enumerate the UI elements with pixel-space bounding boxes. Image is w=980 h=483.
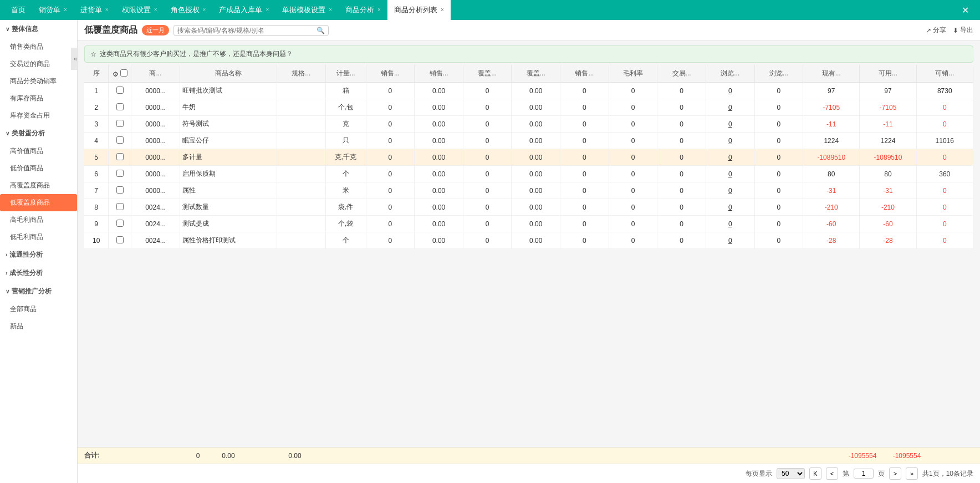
cell-check[interactable] bbox=[109, 216, 131, 232]
row-checkbox[interactable] bbox=[116, 220, 124, 227]
sidebar-item-stock-capital[interactable]: 库存资金占用 bbox=[0, 107, 77, 124]
cell-sales2: 0.00 bbox=[415, 216, 463, 232]
nav-close-icon[interactable]: × bbox=[64, 0, 67, 20]
cell-check[interactable] bbox=[109, 199, 131, 216]
sidebar-item-new-products[interactable]: 新品 bbox=[0, 318, 77, 335]
nav-close-icon[interactable]: × bbox=[377, 0, 381, 20]
cell-browse1[interactable]: 0 bbox=[706, 116, 754, 133]
sidebar-item-high-value[interactable]: 高价值商品 bbox=[0, 143, 77, 160]
nav-product-analysis-list[interactable]: 商品分析列表 × bbox=[387, 0, 451, 20]
sidebar-section-overall[interactable]: ∨ 整体信息 bbox=[0, 20, 77, 38]
chevron-down-icon: ∨ bbox=[6, 130, 9, 136]
row-checkbox[interactable] bbox=[116, 170, 124, 177]
cell-browse1[interactable]: 0 bbox=[706, 232, 754, 249]
cell-sellable: 0 bbox=[916, 116, 973, 133]
nav-home[interactable]: 首页 bbox=[4, 0, 32, 20]
page-number-input[interactable] bbox=[854, 469, 874, 479]
cell-check[interactable] bbox=[109, 166, 131, 182]
cell-code: 0024... bbox=[131, 216, 180, 232]
sidebar-section-flow-analysis[interactable]: › 流通性分析 bbox=[0, 246, 77, 264]
cell-browse1[interactable]: 0 bbox=[706, 182, 754, 199]
cell-check[interactable] bbox=[109, 232, 131, 249]
row-checkbox[interactable] bbox=[116, 186, 124, 194]
sidebar-collapse-button[interactable]: « bbox=[71, 48, 78, 70]
nav-sales-order[interactable]: 销货单 × bbox=[32, 0, 74, 20]
nav-template-setting[interactable]: 单据模板设置 × bbox=[275, 0, 339, 20]
col-header-check[interactable]: ⚙ bbox=[109, 65, 131, 83]
per-page-select[interactable]: 50 20 100 bbox=[777, 468, 805, 479]
row-checkbox[interactable] bbox=[116, 103, 124, 110]
cell-check[interactable] bbox=[109, 149, 131, 166]
cell-browse1[interactable]: 0 bbox=[706, 149, 754, 166]
cell-sales3: 0 bbox=[560, 133, 609, 149]
sidebar-item-low-coverage[interactable]: 低覆盖度商品 bbox=[0, 194, 77, 211]
cell-browse1[interactable]: 0 bbox=[706, 99, 754, 116]
prev-page-button[interactable]: < bbox=[826, 467, 838, 480]
nav-product-inbound[interactable]: 产成品入库单 × bbox=[212, 0, 275, 20]
cell-browse2: 0 bbox=[754, 232, 803, 249]
cell-browse1[interactable]: 0 bbox=[706, 133, 754, 149]
search-icon[interactable]: 🔍 bbox=[317, 27, 325, 34]
first-page-button[interactable]: K bbox=[809, 467, 821, 480]
export-button[interactable]: ⬇ 导出 bbox=[953, 26, 973, 35]
sidebar-item-stock-products[interactable]: 有库存商品 bbox=[0, 90, 77, 107]
cell-browse1[interactable]: 0 bbox=[706, 166, 754, 182]
select-all-checkbox[interactable] bbox=[120, 69, 127, 77]
cell-sales1: 0 bbox=[366, 182, 415, 199]
search-input[interactable] bbox=[177, 27, 314, 34]
sidebar-item-high-margin[interactable]: 高毛利商品 bbox=[0, 211, 77, 228]
sidebar-section-marketing-analysis[interactable]: ∨ 营销推广分析 bbox=[0, 282, 77, 301]
sidebar-section-class-analysis[interactable]: ∨ 类射蛋分析 bbox=[0, 124, 77, 143]
cell-cover2: 0.00 bbox=[512, 133, 560, 149]
cell-browse1[interactable]: 0 bbox=[706, 216, 754, 232]
sidebar-item-category-activity[interactable]: 商品分类动销率 bbox=[0, 73, 77, 90]
col-header-code: 商... bbox=[131, 65, 180, 83]
cell-available: -11 bbox=[860, 116, 916, 133]
nav-close-icon[interactable]: × bbox=[154, 0, 157, 20]
sidebar-item-traded-products[interactable]: 交易过的商品 bbox=[0, 55, 77, 73]
nav-close-icon[interactable]: × bbox=[441, 0, 444, 20]
cell-spec bbox=[277, 166, 326, 182]
cell-code: 0024... bbox=[131, 232, 180, 249]
nav-close-icon[interactable]: × bbox=[266, 0, 269, 20]
nav-purchase-order[interactable]: 进货单 × bbox=[74, 0, 115, 20]
share-icon: ↗ bbox=[926, 27, 931, 34]
cell-code: 0024... bbox=[131, 199, 180, 216]
sidebar-section-growth-analysis[interactable]: › 成长性分析 bbox=[0, 264, 77, 282]
next-page-button[interactable]: > bbox=[889, 467, 901, 480]
row-checkbox[interactable] bbox=[116, 153, 124, 160]
cell-browse1[interactable]: 0 bbox=[706, 199, 754, 216]
row-checkbox[interactable] bbox=[116, 136, 124, 144]
cell-cover1: 0 bbox=[463, 99, 512, 116]
cell-check[interactable] bbox=[109, 83, 131, 99]
settings-icon[interactable]: ⚙ bbox=[113, 70, 119, 78]
cell-spec bbox=[277, 232, 326, 249]
row-checkbox[interactable] bbox=[116, 236, 124, 243]
period-button[interactable]: 近一月 bbox=[142, 25, 169, 35]
cell-check[interactable] bbox=[109, 99, 131, 116]
col-header-browse2: 浏览... bbox=[754, 65, 803, 83]
sidebar-item-high-coverage[interactable]: 高覆盖度商品 bbox=[0, 177, 77, 194]
nav-close-icon[interactable]: × bbox=[329, 0, 332, 20]
nav-product-analysis[interactable]: 商品分析 × bbox=[339, 0, 387, 20]
cell-code: 0000... bbox=[131, 83, 180, 99]
last-page-button[interactable]: » bbox=[906, 467, 918, 480]
cell-check[interactable] bbox=[109, 133, 131, 149]
sidebar-item-all-products[interactable]: 全部商品 bbox=[0, 301, 77, 318]
nav-role-auth[interactable]: 角色授权 × bbox=[164, 0, 213, 20]
sidebar-item-sales-products[interactable]: 销售类商品 bbox=[0, 38, 77, 55]
cell-check[interactable] bbox=[109, 116, 131, 133]
sidebar-item-low-margin[interactable]: 低毛利商品 bbox=[0, 228, 77, 246]
cell-browse1[interactable]: 0 bbox=[706, 83, 754, 99]
row-checkbox[interactable] bbox=[116, 203, 124, 210]
row-checkbox[interactable] bbox=[116, 120, 124, 127]
nav-close-icon[interactable]: × bbox=[203, 0, 206, 20]
row-checkbox[interactable] bbox=[116, 87, 124, 94]
share-button[interactable]: ↗ 分享 bbox=[926, 26, 946, 35]
nav-permission-setting[interactable]: 权限设置 × bbox=[115, 0, 164, 20]
cell-sellable: 11016 bbox=[916, 133, 973, 149]
window-close-button[interactable]: ✕ bbox=[955, 5, 976, 16]
sidebar-item-low-value[interactable]: 低价值商品 bbox=[0, 160, 77, 177]
cell-check[interactable] bbox=[109, 182, 131, 199]
nav-close-icon[interactable]: × bbox=[105, 0, 109, 20]
